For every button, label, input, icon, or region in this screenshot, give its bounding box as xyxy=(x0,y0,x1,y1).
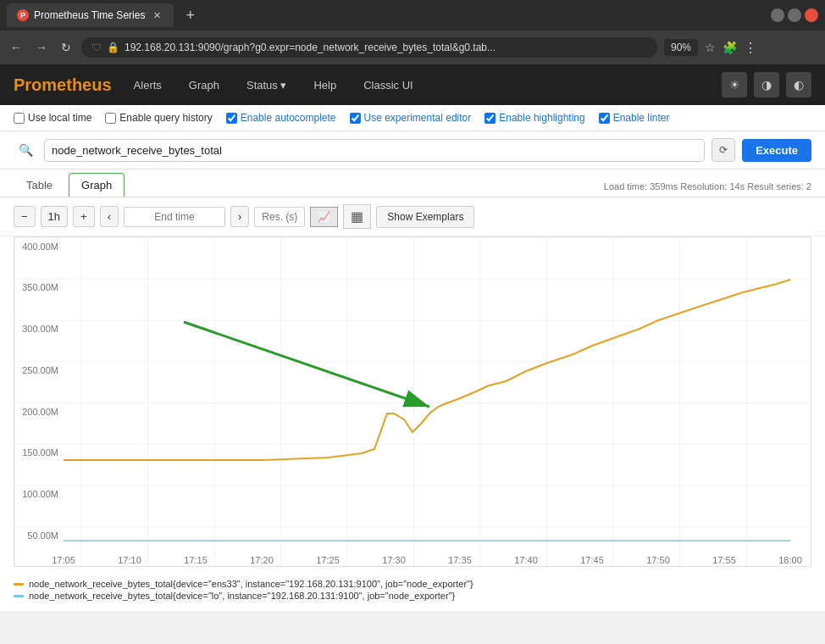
theme-light-icon[interactable]: ☀ xyxy=(722,72,747,97)
time-prev-button[interactable]: ‹ xyxy=(100,206,119,227)
highlighting-label: Enable highlighting xyxy=(499,112,584,124)
duration-minus-button[interactable]: − xyxy=(14,206,36,227)
nav-alerts[interactable]: Alerts xyxy=(129,75,167,95)
address-text: 192.168.20.131:9090/graph?g0.expr=node_n… xyxy=(125,42,647,53)
nav-status[interactable]: Status ▾ xyxy=(241,75,291,95)
query-history-checkbox[interactable] xyxy=(105,113,116,124)
browser-menu-icon[interactable]: ⋮ xyxy=(744,40,757,56)
experimental-editor-label: Use experimental editor xyxy=(364,112,472,124)
browser-addressbar: ← → ↻ 🛡 🔒 192.168.20.131:9090/graph?g0.e… xyxy=(0,31,825,64)
legend-color-lo xyxy=(14,595,24,597)
svg-text:17:40: 17:40 xyxy=(514,555,538,565)
autocomplete-checkbox[interactable] xyxy=(226,113,237,124)
chart-svg: 400.00M 350.00M 300.00M 250.00M 200.00M … xyxy=(14,236,811,567)
linter-checkbox[interactable] xyxy=(599,113,610,124)
svg-text:17:15: 17:15 xyxy=(184,555,208,565)
search-bar: 🔍 ⟳ Execute xyxy=(0,131,825,169)
option-query-history[interactable]: Enable query history xyxy=(105,112,212,124)
linter-label: Enable linter xyxy=(613,112,670,124)
theme-half-icon[interactable]: ◑ xyxy=(754,72,779,97)
legend-color-ens33 xyxy=(14,583,24,586)
graph-area: 400.00M 350.00M 300.00M 250.00M 200.00M … xyxy=(0,236,825,574)
bookmark-icon[interactable]: ☆ xyxy=(705,41,716,54)
duration-plus-button[interactable]: + xyxy=(73,206,95,227)
option-local-time[interactable]: Use local time xyxy=(14,112,91,124)
svg-text:250.00M: 250.00M xyxy=(22,365,58,375)
nav-help[interactable]: Help xyxy=(308,75,341,95)
security-icon: 🛡 xyxy=(91,42,102,53)
experimental-editor-checkbox[interactable] xyxy=(350,113,361,124)
autocomplete-label: Enable autocomplete xyxy=(241,112,336,124)
browser-tab[interactable]: P Prometheus Time Series ✕ xyxy=(7,3,174,27)
option-autocomplete[interactable]: Enable autocomplete xyxy=(226,112,336,124)
search-icon: 🔍 xyxy=(14,138,37,162)
graph-legend: node_network_receive_bytes_total{device=… xyxy=(0,574,825,611)
close-button[interactable] xyxy=(805,8,818,22)
svg-text:17:05: 17:05 xyxy=(52,555,75,565)
tab-table[interactable]: Table xyxy=(14,173,65,197)
svg-text:100.00M: 100.00M xyxy=(22,489,58,499)
svg-text:200.00M: 200.00M xyxy=(22,407,58,417)
tab-graph[interactable]: Graph xyxy=(69,173,125,197)
svg-text:350.00M: 350.00M xyxy=(22,282,58,292)
prom-navbar: Prometheus Alerts Graph Status ▾ Help Cl… xyxy=(0,64,825,105)
maximize-button[interactable] xyxy=(788,8,801,22)
graph-controls: − 1h + ‹ › 📈 ▦ Show Exemplars xyxy=(0,197,825,236)
svg-text:17:50: 17:50 xyxy=(646,555,670,565)
browser-titlebar: P Prometheus Time Series ✕ + xyxy=(0,0,825,31)
svg-text:400.00M: 400.00M xyxy=(22,242,58,252)
svg-text:150.00M: 150.00M xyxy=(22,447,58,458)
options-row: Use local time Enable query history Enab… xyxy=(0,105,825,131)
prom-brand: Prometheus xyxy=(14,75,112,95)
bar-chart-button[interactable]: ▦ xyxy=(343,204,371,229)
svg-text:17:25: 17:25 xyxy=(316,555,340,565)
legend-item-ens33: node_network_receive_bytes_total{device=… xyxy=(14,579,811,589)
svg-text:300.00M: 300.00M xyxy=(22,324,58,334)
svg-text:50.00M: 50.00M xyxy=(27,530,58,541)
duration-label[interactable]: 1h xyxy=(41,206,68,227)
svg-text:18:00: 18:00 xyxy=(778,555,802,565)
tab-title: Prometheus Time Series xyxy=(34,9,145,21)
highlighting-checkbox[interactable] xyxy=(484,113,496,124)
svg-text:17:10: 17:10 xyxy=(118,555,141,565)
svg-text:17:35: 17:35 xyxy=(448,555,472,565)
forward-button[interactable]: → xyxy=(32,37,51,58)
show-exemplars-button[interactable]: Show Exemplars xyxy=(376,206,474,228)
svg-text:17:30: 17:30 xyxy=(382,555,406,565)
end-time-input[interactable] xyxy=(124,207,225,227)
lock-icon: 🔒 xyxy=(107,42,119,53)
nav-classic-ui[interactable]: Classic UI xyxy=(358,75,418,95)
local-time-checkbox[interactable] xyxy=(14,113,25,124)
query-history-label: Enable query history xyxy=(119,112,212,124)
time-next-button[interactable]: › xyxy=(230,206,249,227)
svg-text:17:45: 17:45 xyxy=(580,555,604,565)
tabs-row: Table Graph Load time: 359ms Resolution:… xyxy=(0,169,825,197)
line-chart-button[interactable]: 📈 xyxy=(310,207,338,227)
tab-close-button[interactable]: ✕ xyxy=(150,8,163,22)
theme-icons: ☀ ◑ ◐ xyxy=(722,72,811,97)
back-button[interactable]: ← xyxy=(7,37,25,58)
resolution-input[interactable] xyxy=(254,207,305,227)
minimize-button[interactable] xyxy=(771,8,784,22)
zoom-level[interactable]: 90% xyxy=(664,39,698,56)
reload-button[interactable]: ↻ xyxy=(58,37,75,58)
svg-text:17:20: 17:20 xyxy=(250,555,274,565)
tab-favicon: P xyxy=(17,9,29,21)
option-linter[interactable]: Enable linter xyxy=(599,112,670,124)
svg-text:17:55: 17:55 xyxy=(712,555,736,565)
nav-graph[interactable]: Graph xyxy=(184,75,224,95)
window-controls xyxy=(771,8,818,22)
legend-label-lo: node_network_receive_bytes_total{device=… xyxy=(29,591,455,601)
local-time-label: Use local time xyxy=(28,112,91,124)
query-input[interactable] xyxy=(44,139,705,162)
clear-button[interactable]: ⟳ xyxy=(711,138,735,162)
legend-item-lo: node_network_receive_bytes_total{device=… xyxy=(14,591,811,601)
extensions-icon[interactable]: 🧩 xyxy=(723,41,737,54)
address-bar[interactable]: 🛡 🔒 192.168.20.131:9090/graph?g0.expr=no… xyxy=(81,37,657,58)
option-highlighting[interactable]: Enable highlighting xyxy=(484,112,584,124)
legend-label-ens33: node_network_receive_bytes_total{device=… xyxy=(29,579,473,589)
new-tab-button[interactable]: + xyxy=(180,5,200,26)
option-experimental-editor[interactable]: Use experimental editor xyxy=(350,112,472,124)
theme-dark-icon[interactable]: ◐ xyxy=(786,72,811,97)
execute-button[interactable]: Execute xyxy=(742,139,811,162)
